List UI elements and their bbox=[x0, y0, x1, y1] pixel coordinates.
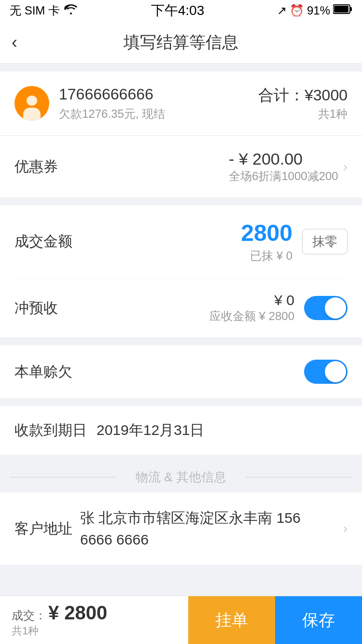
svg-rect-2 bbox=[334, 6, 348, 13]
coupon-arrow-icon: › bbox=[343, 159, 348, 175]
coupon-discount: - ¥ 200.00 bbox=[229, 150, 338, 168]
bottom-summary: 成交： ¥ 2800 共1种 bbox=[0, 602, 188, 638]
status-right: ↗ ⏰ 91% bbox=[277, 4, 352, 17]
status-left: 无 SIM 卡 bbox=[10, 3, 78, 18]
total-amount: 合计：¥3000 bbox=[258, 85, 348, 106]
section-gap-4 bbox=[0, 455, 362, 462]
prepay-row: 冲预收 ¥ 0 应收金额 ¥ 2800 bbox=[14, 279, 348, 337]
toggle-thumb bbox=[325, 297, 346, 319]
coupon-desc: 全场6折满1000减200 bbox=[229, 168, 338, 184]
avatar-person bbox=[21, 96, 42, 121]
nav-bar: ‹ 填写结算等信息 bbox=[0, 21, 362, 64]
section-gap-1 bbox=[0, 197, 362, 205]
address-value: 张 北京市市辖区海淀区永丰南 156 6666 6666 bbox=[80, 507, 335, 550]
bottom-summary-count: 共1种 bbox=[12, 624, 177, 638]
logistics-divider: 物流 & 其他信息 bbox=[0, 462, 362, 491]
amount-section: 成交金额 2800 已抹 ¥ 0 抹零 冲预收 ¥ 0 应收金额 ¥ 2800 bbox=[0, 205, 362, 337]
coupon-row[interactable]: 优惠券 - ¥ 200.00 全场6折满1000减200 › bbox=[0, 136, 362, 197]
person-body bbox=[23, 108, 41, 121]
location-icon: ↗ bbox=[277, 4, 287, 17]
duedate-value: 2019年12月31日 bbox=[97, 420, 204, 440]
total-count: 共1种 bbox=[258, 106, 348, 122]
save-button[interactable]: 保存 bbox=[275, 596, 362, 644]
round-button[interactable]: 抹零 bbox=[302, 229, 348, 254]
prepay-toggle[interactable] bbox=[304, 296, 348, 320]
logistics-text: 物流 & 其他信息 bbox=[136, 469, 226, 486]
prepay-right: ¥ 0 应收金额 ¥ 2800 bbox=[209, 292, 348, 324]
deal-amount-sub: 已抹 ¥ 0 bbox=[250, 248, 292, 264]
customer-subtitle: 欠款1276.35元, 现结 bbox=[59, 106, 165, 122]
avatar bbox=[14, 86, 49, 121]
page-title: 填写结算等信息 bbox=[124, 31, 238, 54]
address-row[interactable]: 客户地址 张 北京市市辖区海淀区永丰南 156 6666 6666 › bbox=[0, 492, 362, 565]
deal-amount-row: 成交金额 2800 已抹 ¥ 0 抹零 bbox=[14, 205, 348, 279]
status-time: 下午4:03 bbox=[151, 1, 205, 20]
duedate-label: 收款到期日 bbox=[14, 420, 87, 440]
deal-amount-value: 2800 bbox=[241, 220, 292, 246]
prepay-sub: 应收金额 ¥ 2800 bbox=[209, 308, 294, 324]
address-arrow-icon: › bbox=[343, 521, 348, 536]
person-head bbox=[27, 96, 37, 106]
bottom-summary-amount: ¥ 2800 bbox=[48, 602, 107, 624]
coupon-label: 优惠券 bbox=[14, 157, 58, 177]
logistics-line-right bbox=[246, 477, 352, 477]
bottom-bar: 成交： ¥ 2800 共1种 挂单 保存 bbox=[0, 596, 362, 644]
debit-toggle[interactable] bbox=[304, 360, 348, 384]
back-button[interactable]: ‹ bbox=[12, 32, 17, 53]
battery-icon bbox=[333, 4, 352, 17]
battery-text: 91% bbox=[307, 4, 330, 17]
alarm-icon: ⏰ bbox=[290, 4, 304, 17]
customer-left: 17666666666 欠款1276.35元, 现结 bbox=[14, 85, 165, 122]
customer-total: 合计：¥3000 共1种 bbox=[258, 85, 348, 122]
deal-amount-label: 成交金额 bbox=[14, 232, 72, 252]
pending-button[interactable]: 挂单 bbox=[188, 596, 275, 644]
prepay-amount: ¥ 0 bbox=[274, 292, 294, 308]
debit-row: 本单赊欠 bbox=[0, 345, 362, 398]
debit-label: 本单赊欠 bbox=[14, 362, 72, 382]
coupon-info: - ¥ 200.00 全场6折满1000减200 bbox=[229, 150, 338, 184]
address-label: 客户地址 bbox=[14, 519, 72, 539]
deal-amount-right: 2800 已抹 ¥ 0 抹零 bbox=[241, 220, 348, 264]
duedate-row: 收款到期日 2019年12月31日 bbox=[0, 406, 362, 455]
wifi-icon bbox=[64, 4, 78, 17]
customer-info: 17666666666 欠款1276.35元, 现结 bbox=[59, 85, 165, 122]
customer-phone: 17666666666 bbox=[59, 85, 165, 103]
section-gap-2 bbox=[0, 337, 362, 345]
prepay-label: 冲预收 bbox=[14, 298, 58, 318]
logistics-line-left bbox=[10, 477, 116, 477]
bottom-summary-label: 成交： bbox=[12, 608, 46, 623]
prepay-col: ¥ 0 应收金额 ¥ 2800 bbox=[209, 292, 294, 324]
customer-card: 17666666666 欠款1276.35元, 现结 合计：¥3000 共1种 bbox=[0, 71, 362, 135]
status-bar: 无 SIM 卡 下午4:03 ↗ ⏰ 91% bbox=[0, 0, 362, 21]
section-gap-3 bbox=[0, 398, 362, 406]
debit-toggle-thumb bbox=[325, 361, 346, 382]
deal-amount-col: 2800 已抹 ¥ 0 bbox=[241, 220, 292, 264]
svg-rect-1 bbox=[350, 7, 352, 11]
coupon-right: - ¥ 200.00 全场6折满1000减200 › bbox=[229, 150, 348, 184]
carrier-text: 无 SIM 卡 bbox=[10, 3, 60, 18]
